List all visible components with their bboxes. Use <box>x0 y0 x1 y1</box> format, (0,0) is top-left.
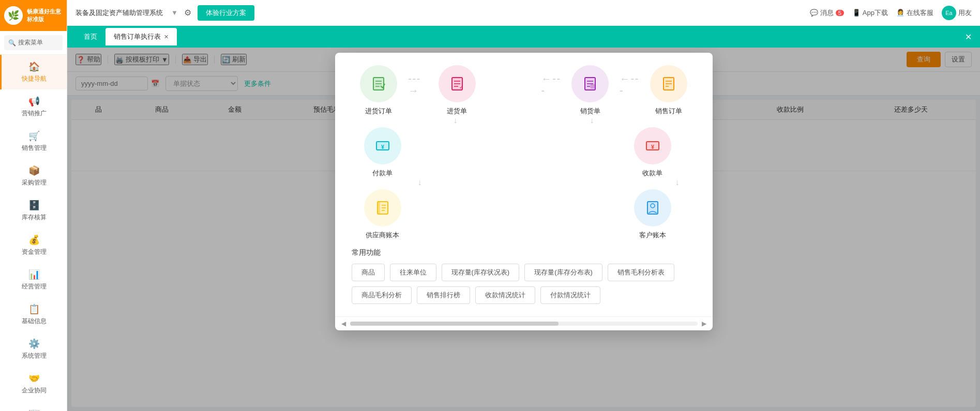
purchase-bill-label: 进货单 <box>447 106 467 116</box>
common-btn-partner[interactable]: 往来单位 <box>390 264 436 281</box>
receipt-label: 收款单 <box>642 169 662 178</box>
customer-ledger-icon <box>634 189 671 226</box>
sidebar-item-system[interactable]: ⚙️ 系统管理 <box>0 332 67 367</box>
trial-btn[interactable]: 体验行业方案 <box>198 5 254 21</box>
svg-text:¥: ¥ <box>651 144 654 150</box>
service-icon: 👩‍💼 <box>896 9 904 17</box>
sidebar-item-basic[interactable]: 📋 基础信息 <box>0 297 67 332</box>
download-icon: 📱 <box>852 9 861 17</box>
system-icon: ⚙️ <box>28 338 40 349</box>
customer-ledger-label: 客户账本 <box>639 231 666 240</box>
tab-home-label: 首页 <box>84 32 97 41</box>
sidebar-item-label: 系统管理 <box>22 352 47 360</box>
sidebar-item-finance[interactable]: 💰 资金管理 <box>0 228 67 263</box>
sidebar-item-label: 库存核算 <box>22 213 47 222</box>
v-arrow-purchase: ↓ <box>449 116 462 125</box>
dropdown-icon[interactable]: ▼ <box>171 9 178 17</box>
purchase-order-icon <box>360 65 397 102</box>
common-btn-sales-gross[interactable]: 销售毛利分析表 <box>608 264 674 281</box>
popup-overlay[interactable]: 进货订单 - - - → <box>67 48 980 411</box>
sidebar-item-label: 营销推广 <box>22 109 47 118</box>
sales-bill-icon <box>571 65 609 102</box>
sidebar: 🌿 畅康通好生意标准版 🔍 搜索菜单 🏠 快捷导航 📢 营销推广 🛒 销售管理 <box>0 0 67 411</box>
logo-text: 畅康通好生意标准版 <box>27 8 61 24</box>
tab-close-icon[interactable]: ✕ <box>164 34 169 40</box>
v2-arrow-left: ↓ <box>414 178 426 187</box>
v-arrow-sales: ↓ <box>586 116 598 125</box>
svg-text:✓: ✓ <box>459 84 463 90</box>
message-label: 消息 <box>820 8 834 18</box>
sidebar-item-enterprise[interactable]: 🤝 企业协同 <box>0 367 67 401</box>
sidebar-item-marketing[interactable]: 📢 营销推广 <box>0 89 67 124</box>
user-label: 用友 <box>958 8 972 18</box>
tab-sales-label: 销售订单执行表 <box>114 32 161 41</box>
marketing-icon: 📢 <box>28 96 40 107</box>
flow-vertical-arrows: ↓ ↓ <box>352 116 696 125</box>
common-btn-product-gross[interactable]: 商品毛利分析 <box>352 286 412 304</box>
v2-arrow-right: ↓ <box>671 178 684 187</box>
common-btn-stock-dist[interactable]: 现存量(库存分布表) <box>524 264 602 281</box>
scrollbar-thumb <box>350 322 559 326</box>
sidebar-item-purchase[interactable]: 📦 采购管理 <box>0 159 67 193</box>
v2-spacer3 <box>684 178 696 187</box>
tab-sales-order-exec[interactable]: 销售订单执行表 ✕ <box>105 28 177 45</box>
sales-icon: 🛒 <box>28 130 40 142</box>
sidebar-item-label: 基础信息 <box>22 317 47 326</box>
v-arrow-spacer2 <box>462 116 524 125</box>
common-btn-sales-rank[interactable]: 销售排行榜 <box>417 286 470 304</box>
flow-vertical-arrows-2: ↓ ↓ <box>352 178 696 187</box>
common-btn-payment-stat[interactable]: 付款情况统计 <box>540 286 600 304</box>
v-arrow-spacer4 <box>598 116 660 125</box>
sales-bill-label: 销货单 <box>580 106 600 116</box>
supplier-ledger-label: 供应商账本 <box>366 231 399 240</box>
app-download-label: App下载 <box>863 8 888 18</box>
payment-label: 付款单 <box>372 169 393 178</box>
tab-home[interactable]: 首页 <box>76 28 105 45</box>
flow-node-payment: ¥ 付款单 <box>352 127 414 178</box>
app-download-button[interactable]: 📱 App下载 <box>852 8 888 18</box>
sidebar-item-label: 经营管理 <box>22 282 47 291</box>
search-menu-button[interactable]: 🔍 搜索菜单 <box>4 35 63 50</box>
arrow-1: - - - → <box>406 73 430 97</box>
inventory-icon: 🗄️ <box>28 200 40 211</box>
v2-spacer2 <box>426 178 671 187</box>
sidebar-item-newbie[interactable]: 📖 新手引导 <box>0 401 67 411</box>
purchase-order-label: 进货订单 <box>365 106 392 116</box>
sidebar-item-label: 销售管理 <box>22 144 47 153</box>
scroll-left-icon[interactable]: ◀ <box>341 320 346 327</box>
app-logo: 🌿 畅康通好生意标准版 <box>0 0 67 31</box>
v-arrow-spacer1 <box>387 116 449 125</box>
message-button[interactable]: 💬 消息 5 <box>810 8 844 18</box>
user-menu[interactable]: Ea 用友 <box>942 6 972 20</box>
topbar-right: 💬 消息 5 📱 App下载 👩‍💼 在线客服 Ea 用友 <box>810 6 972 20</box>
main-area: 装备及固定资产辅助管理系统 ▼ ⚙ 体验行业方案 💬 消息 5 📱 App下载 … <box>67 0 980 411</box>
sales-order-label: 销售订单 <box>655 106 682 116</box>
gear-icon[interactable]: ⚙ <box>184 8 191 18</box>
sidebar-item-label: 采购管理 <box>22 178 47 187</box>
purchase-bill-icon: ✓ <box>439 65 476 102</box>
common-btn-stock-status[interactable]: 现存量(库存状况表) <box>442 264 520 281</box>
search-icon: 🔍 <box>8 39 16 47</box>
scroll-right-icon[interactable]: ▶ <box>702 320 706 327</box>
flow-row-2: ¥ 付款单 <box>352 127 696 178</box>
online-service-button[interactable]: 👩‍💼 在线客服 <box>896 8 933 18</box>
arrow-3: ← - - - <box>617 73 641 97</box>
scrollbar-track[interactable] <box>350 322 698 326</box>
message-icon: 💬 <box>810 9 818 17</box>
sidebar-item-quick-nav[interactable]: 🏠 快捷导航 <box>0 55 67 89</box>
common-btn-product[interactable]: 商品 <box>352 264 385 281</box>
quick-nav-icon: 🏠 <box>28 61 40 72</box>
arrow-2: ← - - - <box>539 73 563 97</box>
flow-row-1: 进货订单 - - - → <box>352 65 696 116</box>
topbar: 装备及固定资产辅助管理系统 ▼ ⚙ 体验行业方案 💬 消息 5 📱 App下载 … <box>67 0 980 26</box>
sales-order-icon <box>650 65 687 102</box>
sidebar-item-operation[interactable]: 📊 经营管理 <box>0 263 67 297</box>
common-btn-receipt-stat[interactable]: 收款情况统计 <box>475 286 535 304</box>
tabbar-close-icon[interactable]: ✕ <box>965 32 972 42</box>
sidebar-item-inventory[interactable]: 🗄️ 库存核算 <box>0 193 67 228</box>
svg-rect-30 <box>378 202 380 214</box>
sidebar-item-sales[interactable]: 🛒 销售管理 <box>0 124 67 159</box>
flow-section: 进货订单 - - - → <box>352 65 696 240</box>
enterprise-icon: 🤝 <box>28 373 40 384</box>
flow-node-sales-bill: 销货单 <box>563 65 617 116</box>
